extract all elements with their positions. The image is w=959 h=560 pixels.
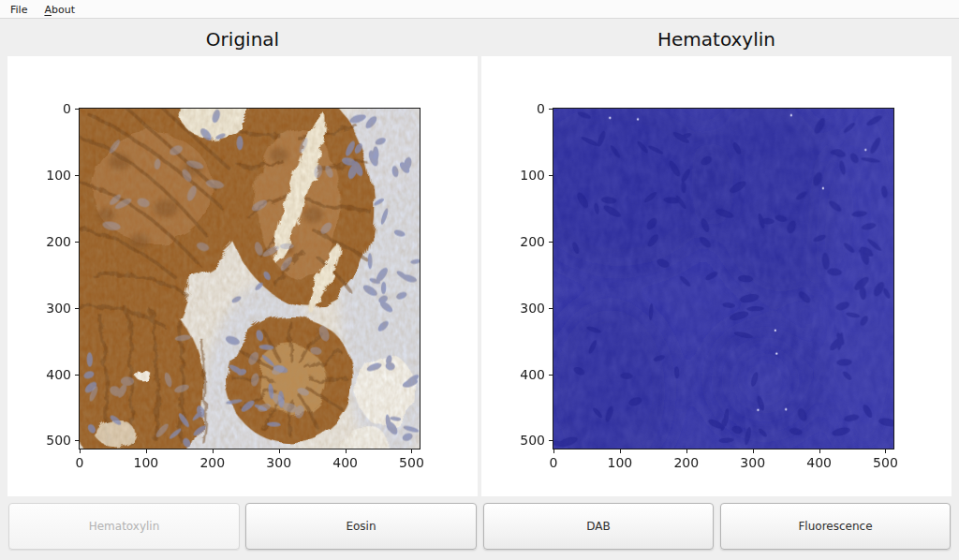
x-tick-label: 400 <box>332 455 358 470</box>
y-tick-mark <box>549 175 553 176</box>
x-tick-label: 500 <box>399 455 424 470</box>
y-tick-mark <box>75 440 79 441</box>
menu-about[interactable]: About <box>36 0 83 18</box>
hematoxylin-image <box>553 109 893 449</box>
x-tick-label: 200 <box>199 455 225 470</box>
y-tick-mark <box>75 308 79 309</box>
y-tick-label: 0 <box>537 101 545 116</box>
x-tick-mark <box>411 449 412 453</box>
x-tick-mark <box>279 449 280 453</box>
y-tick-label: 0 <box>63 101 71 116</box>
y-tick-mark <box>75 375 79 376</box>
x-tick-label: 300 <box>266 455 291 470</box>
fluorescence-button[interactable]: Fluorescence <box>720 503 951 550</box>
y-tick-mark <box>549 242 553 243</box>
x-tick-mark <box>346 449 347 453</box>
x-tick-mark <box>753 449 754 453</box>
x-tick-label: 0 <box>550 455 558 470</box>
x-tick-label: 100 <box>608 455 633 470</box>
x-tick-mark <box>686 449 687 453</box>
x-tick-mark <box>819 449 820 453</box>
y-tick-label: 100 <box>46 168 71 183</box>
x-tick-label: 0 <box>76 455 84 470</box>
x-tick-mark <box>213 449 214 453</box>
y-tick-mark <box>75 109 79 110</box>
x-tick-mark <box>80 449 81 453</box>
y-tick-mark <box>549 109 553 110</box>
y-tick-mark <box>549 375 553 376</box>
original-image <box>80 109 420 449</box>
y-tick-mark <box>549 440 553 441</box>
y-tick-label: 400 <box>520 366 545 381</box>
x-tick-label: 300 <box>740 455 765 470</box>
hematoxylin-panel-title: Hematoxylin <box>481 27 952 52</box>
hematoxylin-plot-area: 01002003004005000100200300400500 <box>553 108 894 449</box>
x-tick-label: 200 <box>673 455 699 470</box>
y-tick-label: 400 <box>46 366 71 381</box>
x-tick-label: 100 <box>134 455 159 470</box>
y-tick-label: 300 <box>46 300 71 315</box>
original-plot-area: 01002003004005000100200300400500 <box>79 108 420 449</box>
y-tick-mark <box>549 308 553 309</box>
x-tick-mark <box>146 449 147 453</box>
y-tick-mark <box>75 242 79 243</box>
x-tick-mark <box>620 449 621 453</box>
y-tick-mark <box>75 175 79 176</box>
y-tick-label: 500 <box>46 433 71 448</box>
y-tick-label: 100 <box>520 168 545 183</box>
x-tick-label: 400 <box>806 455 832 470</box>
hematoxylin-button[interactable]: Hematoxylin <box>8 503 240 550</box>
menubar: FileAbout <box>0 0 959 19</box>
menu-file[interactable]: File <box>2 0 36 18</box>
y-tick-label: 200 <box>46 233 71 248</box>
y-tick-label: 300 <box>520 300 545 315</box>
original-panel: 01002003004005000100200300400500 <box>7 56 478 496</box>
x-tick-label: 500 <box>873 455 898 470</box>
eosin-button[interactable]: Eosin <box>245 503 477 550</box>
original-panel-title: Original <box>7 27 478 52</box>
hematoxylin-panel: 01002003004005000100200300400500 <box>481 56 952 496</box>
dab-button[interactable]: DAB <box>483 503 714 550</box>
x-tick-mark <box>885 449 886 453</box>
x-tick-mark <box>553 449 554 453</box>
y-tick-label: 500 <box>520 433 545 448</box>
y-tick-label: 200 <box>520 233 545 248</box>
